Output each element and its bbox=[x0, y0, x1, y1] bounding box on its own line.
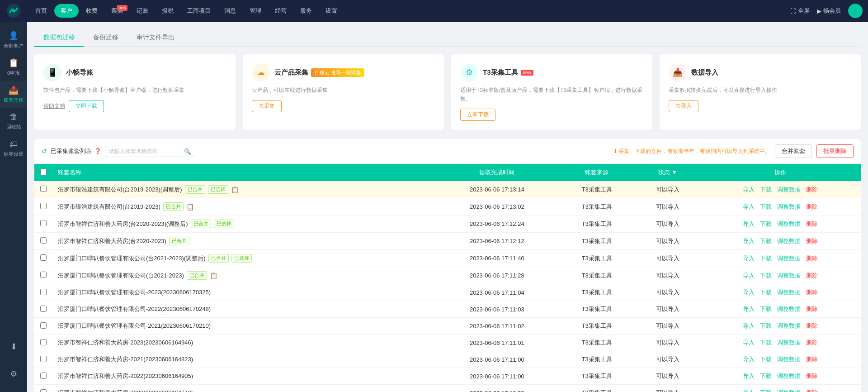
nav-fee[interactable]: 收费 bbox=[80, 4, 104, 18]
tab-data-migration[interactable]: 数据包迁移 bbox=[34, 29, 84, 47]
download-now-button-2[interactable]: 立即下载 bbox=[460, 109, 495, 121]
sidebar-item-tags[interactable]: 🏷 标签设置 bbox=[0, 135, 27, 162]
adjust-action[interactable]: 调整数据 bbox=[777, 355, 801, 363]
adjust-action[interactable]: 调整数据 bbox=[777, 339, 801, 347]
sidebar-item-user-settings[interactable]: ⚙ bbox=[0, 360, 27, 387]
search-icon[interactable]: 🔍 bbox=[184, 148, 191, 155]
download-action[interactable]: 下载 bbox=[760, 322, 772, 330]
nav-manage[interactable]: 管理 bbox=[243, 4, 268, 18]
tab-audit-export[interactable]: 审计文件导出 bbox=[127, 29, 184, 47]
import-action[interactable]: 导入 bbox=[743, 355, 755, 363]
import-action[interactable]: 导入 bbox=[743, 237, 755, 245]
row-checkbox[interactable] bbox=[40, 254, 47, 261]
download-action[interactable]: 下载 bbox=[760, 372, 772, 380]
delete-action[interactable]: 删除 bbox=[806, 272, 818, 280]
help-icon[interactable]: ❓ bbox=[94, 148, 101, 154]
delete-action[interactable]: 删除 bbox=[806, 288, 818, 296]
sidebar-item-zero-report[interactable]: 📋 0申报 bbox=[0, 53, 27, 81]
batch-delete-button[interactable]: 批量删除 bbox=[816, 144, 854, 158]
tab-backup-migration[interactable]: 备份迁移 bbox=[84, 29, 127, 47]
download-action[interactable]: 下载 bbox=[760, 254, 772, 263]
row-checkbox[interactable] bbox=[40, 356, 47, 362]
download-action[interactable]: 下载 bbox=[760, 203, 772, 211]
help-doc-link[interactable]: 帮助文档 bbox=[43, 102, 65, 110]
logo[interactable] bbox=[5, 3, 22, 19]
nav-customer[interactable]: 客户 bbox=[54, 4, 79, 18]
import-action[interactable]: 导入 bbox=[743, 220, 755, 228]
row-extra-icon[interactable]: 📋 bbox=[231, 186, 239, 193]
nav-settings[interactable]: 设置 bbox=[319, 4, 344, 18]
delete-action[interactable]: 删除 bbox=[806, 389, 818, 392]
import-action[interactable]: 导入 bbox=[743, 305, 755, 313]
row-checkbox[interactable] bbox=[40, 322, 47, 329]
nav-home[interactable]: 首页 bbox=[29, 4, 53, 18]
delete-action[interactable]: 删除 bbox=[806, 203, 818, 211]
row-checkbox[interactable] bbox=[40, 389, 47, 392]
nav-service[interactable]: 服务 bbox=[294, 4, 318, 18]
download-action[interactable]: 下载 bbox=[760, 355, 772, 363]
delete-action[interactable]: 删除 bbox=[806, 186, 818, 194]
download-action[interactable]: 下载 bbox=[760, 339, 772, 347]
import-action[interactable]: 导入 bbox=[743, 186, 755, 194]
download-action[interactable]: 下载 bbox=[760, 237, 772, 245]
row-extra-icon[interactable]: 📋 bbox=[210, 272, 217, 279]
adjust-action[interactable]: 调整数据 bbox=[777, 389, 801, 392]
member-button[interactable]: ▶ 畅会员 bbox=[817, 7, 841, 15]
delete-action[interactable]: 删除 bbox=[806, 372, 818, 380]
import-action[interactable]: 导入 bbox=[743, 372, 755, 380]
delete-action[interactable]: 删除 bbox=[806, 237, 818, 245]
adjust-action[interactable]: 调整数据 bbox=[777, 305, 801, 313]
row-checkbox[interactable] bbox=[40, 306, 47, 312]
adjust-action[interactable]: 调整数据 bbox=[777, 372, 801, 380]
row-checkbox[interactable] bbox=[40, 237, 47, 244]
sidebar-item-all-customers[interactable]: 👤 全部客户 bbox=[0, 26, 27, 53]
merge-account-button[interactable]: 合并账套 bbox=[775, 144, 812, 158]
download-action[interactable]: 下载 bbox=[760, 272, 772, 280]
import-action[interactable]: 导入 bbox=[743, 254, 755, 263]
delete-action[interactable]: 删除 bbox=[806, 220, 818, 228]
delete-action[interactable]: 删除 bbox=[806, 355, 818, 363]
select-all-checkbox[interactable] bbox=[40, 169, 47, 175]
row-checkbox[interactable] bbox=[40, 186, 47, 192]
download-action[interactable]: 下载 bbox=[760, 389, 772, 392]
search-input[interactable] bbox=[109, 148, 182, 154]
sidebar-item-recycle[interactable]: 🗑 回收站 bbox=[0, 108, 27, 135]
avatar[interactable] bbox=[848, 4, 863, 18]
delete-action[interactable]: 删除 bbox=[806, 305, 818, 313]
delete-action[interactable]: 删除 bbox=[806, 254, 818, 263]
adjust-action[interactable]: 调整数据 bbox=[777, 288, 801, 296]
delete-action[interactable]: 删除 bbox=[806, 322, 818, 330]
row-checkbox[interactable] bbox=[40, 220, 47, 226]
sidebar-item-account-migration[interactable]: 📤 账套迁移 bbox=[0, 81, 27, 108]
goto-collect-button[interactable]: 去采集 bbox=[252, 100, 282, 112]
download-now-button-1[interactable]: 立即下载 bbox=[69, 100, 104, 112]
download-action[interactable]: 下载 bbox=[760, 305, 772, 313]
nav-business[interactable]: 工商项目 bbox=[181, 4, 217, 18]
row-extra-icon[interactable]: 📋 bbox=[186, 203, 194, 210]
row-checkbox[interactable] bbox=[40, 373, 47, 379]
fullscreen-button[interactable]: ⛶ 全屏 bbox=[790, 7, 810, 15]
nav-tax[interactable]: 报税 bbox=[156, 4, 180, 18]
import-action[interactable]: 导入 bbox=[743, 203, 755, 211]
import-action[interactable]: 导入 bbox=[743, 339, 755, 347]
adjust-action[interactable]: 调整数据 bbox=[777, 203, 801, 211]
sidebar-item-download[interactable]: ⬇ bbox=[0, 333, 27, 360]
import-action[interactable]: 导入 bbox=[743, 288, 755, 296]
nav-operation[interactable]: 经营 bbox=[269, 4, 293, 18]
adjust-action[interactable]: 调整数据 bbox=[777, 272, 801, 280]
import-action[interactable]: 导入 bbox=[743, 272, 755, 280]
download-action[interactable]: 下载 bbox=[760, 220, 772, 228]
goto-import-button[interactable]: 去导入 bbox=[669, 100, 698, 112]
nav-invoice[interactable]: 票据new bbox=[105, 4, 129, 18]
adjust-action[interactable]: 调整数据 bbox=[777, 220, 801, 228]
row-checkbox[interactable] bbox=[40, 339, 47, 345]
adjust-action[interactable]: 调整数据 bbox=[777, 186, 801, 194]
adjust-action[interactable]: 调整数据 bbox=[777, 254, 801, 263]
import-action[interactable]: 导入 bbox=[743, 322, 755, 330]
row-checkbox[interactable] bbox=[40, 203, 47, 209]
download-action[interactable]: 下载 bbox=[760, 186, 772, 194]
row-checkbox[interactable] bbox=[40, 272, 47, 278]
download-action[interactable]: 下载 bbox=[760, 288, 772, 296]
adjust-action[interactable]: 调整数据 bbox=[777, 237, 801, 245]
row-checkbox[interactable] bbox=[40, 289, 47, 295]
